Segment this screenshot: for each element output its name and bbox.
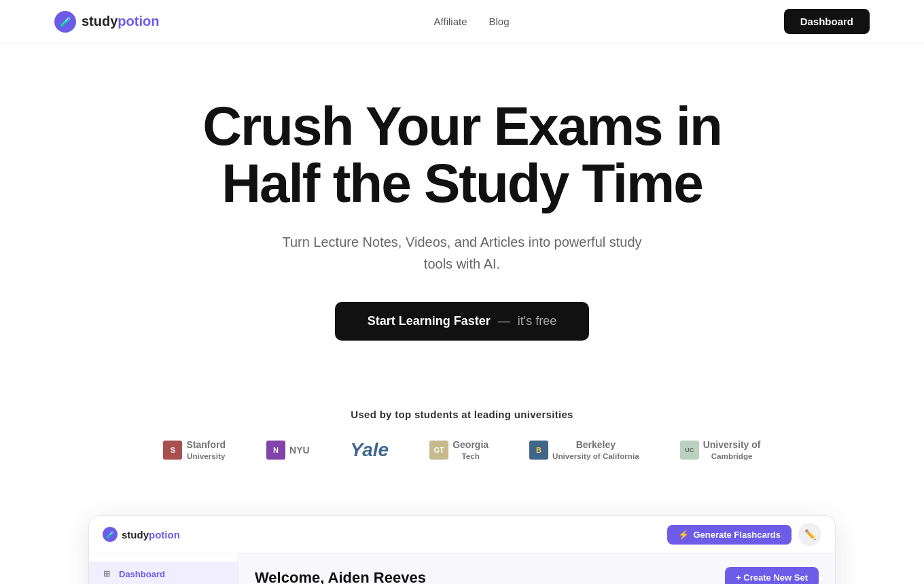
- cta-button[interactable]: Start Learning Faster — it's free: [335, 302, 590, 341]
- preview-main-header: Welcome, Aiden Reeves + Create New Set: [255, 567, 819, 584]
- cta-dash: —: [498, 314, 510, 328]
- cta-label: Start Learning Faster: [368, 314, 491, 328]
- affiliate-link[interactable]: Affiliate: [434, 16, 467, 27]
- preview-wrapper: 🧪 studypotion ⚡ Generate Flashcards ✏️: [0, 475, 924, 584]
- preview-logo-icon: 🧪: [103, 527, 118, 542]
- gt-mark: GT: [429, 441, 448, 460]
- dashboard-preview: 🧪 studypotion ⚡ Generate Flashcards ✏️: [88, 515, 836, 584]
- universities-heading: Used by top students at leading universi…: [27, 409, 897, 420]
- welcome-heading: Welcome, Aiden Reeves: [255, 569, 426, 585]
- cambridge-mark: UC: [680, 441, 699, 460]
- stanford-mark: S: [163, 441, 182, 460]
- logo-icon: 🧪: [54, 11, 76, 33]
- sidebar-item-label: Dashboard: [119, 569, 165, 579]
- universities-section: Used by top students at leading universi…: [0, 381, 924, 475]
- generate-flashcards-button[interactable]: ⚡ Generate Flashcards: [667, 525, 792, 545]
- preview-main: Welcome, Aiden Reeves + Create New Set C…: [238, 553, 835, 584]
- preview-logo: 🧪 studypotion: [103, 527, 180, 542]
- dashboard-button[interactable]: Dashboard: [784, 9, 870, 34]
- edit-icon: ✏️: [804, 529, 816, 540]
- create-new-set-button[interactable]: + Create New Set: [725, 567, 819, 584]
- university-logos: S StanfordUniversity N NYU Yale GT Georg…: [27, 439, 897, 461]
- preview-body: ⊞ Dashboard ▣ Generate Flashcards ▶ Chat…: [89, 553, 835, 584]
- logo-text: studypotion: [82, 14, 159, 29]
- preview-topbar: 🧪 studypotion ⚡ Generate Flashcards ✏️: [89, 516, 835, 553]
- hero-section: Crush Your Exams in Half the Study Time …: [0, 44, 924, 381]
- gen-flash-label: Generate Flashcards: [693, 530, 781, 540]
- cambridge-logo: UC University ofCambridge: [680, 439, 761, 461]
- berkeley-logo: B BerkeleyUniversity of California: [529, 439, 639, 461]
- blog-link[interactable]: Blog: [488, 16, 509, 27]
- nyu-mark: N: [266, 441, 285, 460]
- cta-free: it's free: [518, 314, 556, 328]
- preview-sidebar: ⊞ Dashboard ▣ Generate Flashcards ▶ Chat…: [89, 553, 238, 584]
- logo[interactable]: 🧪 studypotion: [54, 11, 159, 33]
- berkeley-mark: B: [529, 441, 548, 460]
- dashboard-icon: ⊞: [101, 568, 112, 579]
- edit-button[interactable]: ✏️: [798, 523, 821, 546]
- hero-headline: Crush Your Exams in Half the Study Time: [156, 98, 768, 212]
- georgia-tech-logo: GT GeorgiaTech: [429, 439, 488, 461]
- navbar: 🧪 studypotion Affiliate Blog Dashboard: [0, 0, 924, 44]
- stanford-logo: S StanfordUniversity: [163, 439, 226, 461]
- nav-links: Affiliate Blog: [434, 16, 510, 27]
- yale-logo: Yale: [351, 439, 389, 461]
- hero-subtext: Turn Lecture Notes, Videos, and Articles…: [272, 231, 652, 275]
- preview-topbar-right: ⚡ Generate Flashcards ✏️: [667, 523, 821, 546]
- nyu-logo: N NYU: [266, 441, 310, 460]
- gen-flash-icon: ⚡: [678, 530, 689, 540]
- sidebar-item-dashboard[interactable]: ⊞ Dashboard: [89, 562, 238, 584]
